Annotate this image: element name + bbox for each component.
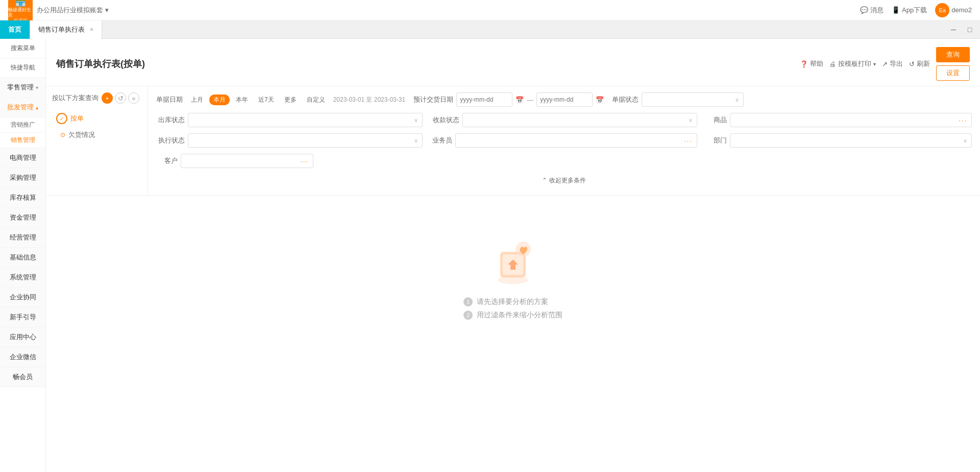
app-download-label: App下载 <box>902 6 927 15</box>
user-menu[interactable]: Ea demo2 <box>935 3 972 17</box>
plan-sub-shortage[interactable]: ⊙ 欠货情况 <box>52 127 141 143</box>
settings-button[interactable]: 设置 <box>936 65 970 81</box>
print-btn[interactable]: 🖨 按模板打印 ▾ <box>829 59 876 68</box>
query-button[interactable]: 查询 <box>936 47 970 62</box>
sidebar-sub-marketing[interactable]: 营销推广 <box>0 117 45 133</box>
sidebar-item-newguide[interactable]: 新手引导 <box>0 308 45 327</box>
sidebar-item-collab[interactable]: 企业协同 <box>0 288 45 308</box>
page-actions: ❓ 帮助 🖨 按模板打印 ▾ ↗ 导出 ↺ 刷新 <box>800 47 970 81</box>
execute-item: 执行状态 ∨ <box>156 133 423 148</box>
sales-label: 销售管理 <box>11 136 35 144</box>
dept-caret: ∨ <box>963 137 967 144</box>
add-plan-btn[interactable]: + <box>102 92 113 104</box>
step-num-2: 2 <box>463 311 473 320</box>
sidebar-item-finance[interactable]: 资金管理 <box>0 208 45 228</box>
collapse-panel-btn[interactable]: « <box>128 92 139 104</box>
sidebar-item-operations[interactable]: 经营管理 <box>0 228 45 248</box>
app-logo: 🏪 畅捷通好生意 标准版 <box>8 0 33 20</box>
payment-select[interactable]: ∨ <box>462 113 697 127</box>
salesman-input[interactable]: ··· <box>455 133 697 148</box>
help-btn[interactable]: ❓ 帮助 <box>800 59 823 68</box>
date-tabs: 上月 本月 本年 近7天 更多 自定义 <box>187 95 329 105</box>
step-2-text: 用过滤条件来缩小分析范围 <box>477 311 562 320</box>
lp-btns: + ↺ « <box>102 92 139 104</box>
sidebar-sub-sales[interactable]: 销售管理 <box>0 133 45 148</box>
wechat-label: 企业微信 <box>10 353 36 361</box>
refresh-icon: ↺ <box>909 60 915 68</box>
plan-item-order[interactable]: ✓ 按单 <box>52 110 141 127</box>
sidebar-item-basic[interactable]: 基础信息 <box>0 248 45 268</box>
payment-caret: ∨ <box>689 117 693 124</box>
window-maximize-btn[interactable]: □ <box>964 23 976 36</box>
query-btns-wrap: 查询 设置 <box>936 47 970 81</box>
goods-input[interactable]: ··· <box>730 113 972 127</box>
app-download-icon: 📱 <box>892 6 900 14</box>
empty-step-1: 1 请先选择要分析的方案 <box>463 297 562 306</box>
sidebar-item-system[interactable]: 系统管理 <box>0 268 45 288</box>
empty-step-2: 2 用过滤条件来缩小分析范围 <box>463 311 562 320</box>
date-tab-more[interactable]: 更多 <box>280 95 301 105</box>
date-tab-last-month[interactable]: 上月 <box>187 95 207 105</box>
app-download-btn[interactable]: 📱 App下载 <box>892 6 927 15</box>
status-select[interactable]: ∨ <box>642 92 744 107</box>
payment-item: 收款状态 ∨ <box>431 113 697 127</box>
delivery-label: 出库状态 <box>156 115 185 125</box>
message-btn[interactable]: 💬 消息 <box>860 6 884 15</box>
sidebar-item-search[interactable]: 搜索菜单 <box>0 39 45 58</box>
sidebar-item-purchase[interactable]: 采购管理 <box>0 168 45 188</box>
date-separator: — <box>527 96 533 104</box>
execute-caret: ∨ <box>414 137 418 144</box>
step-num-1: 1 <box>463 297 473 306</box>
plan-order-label: 按单 <box>70 114 84 123</box>
sidebar-item-retail[interactable]: 零售管理 ▾ <box>0 78 45 98</box>
date-tab-this-year[interactable]: 本年 <box>232 95 252 105</box>
tab-active[interactable]: 销售订单执行表 × <box>30 20 102 39</box>
export-btn[interactable]: ↗ 导出 <box>882 59 903 68</box>
header-left: 🏪 畅捷通好生意 标准版 办公用品行业模拟账套 ▾ <box>8 0 109 20</box>
delivery-item: 出库状态 ∨ <box>156 113 423 127</box>
sidebar-item-inventory[interactable]: 库存核算 <box>0 188 45 208</box>
expected-date-label: 预计交货日期 <box>413 95 453 104</box>
page-selector[interactable]: 办公用品行业模拟账套 ▾ <box>37 6 109 15</box>
tab-home[interactable]: 首页 <box>0 20 30 39</box>
tab-bar-actions: ─ □ <box>947 23 980 36</box>
refresh-btn[interactable]: ↺ 刷新 <box>909 59 930 68</box>
wholesale-label: 批发管理 <box>7 103 34 111</box>
lp-title-row: 按以下方案查询 + ↺ « <box>52 92 141 104</box>
dept-label: 部门 <box>705 136 727 145</box>
execute-label: 执行状态 <box>156 136 185 145</box>
status-label: 单据状态 <box>612 95 639 104</box>
collab-label: 企业协同 <box>10 293 36 301</box>
sidebar-item-quicknav[interactable]: 快捷导航 <box>0 58 45 78</box>
goods-dots[interactable]: ··· <box>959 116 967 124</box>
tab-close-icon[interactable]: × <box>90 26 93 33</box>
sidebar-item-wholesale[interactable]: 批发管理 ▴ <box>0 98 45 117</box>
date-range-text: 2023-03-01 至 2023-03-31 <box>333 96 405 104</box>
customer-input[interactable]: ··· <box>181 154 313 168</box>
customer-dots[interactable]: ··· <box>300 157 309 165</box>
collapse-more-btn[interactable]: ⌃ 收起更多条件 <box>156 172 972 189</box>
delivery-select[interactable]: ∨ <box>188 113 423 127</box>
basic-label: 基础信息 <box>10 253 36 261</box>
salesman-dots[interactable]: ··· <box>684 137 693 145</box>
goods-label: 商品 <box>705 115 727 125</box>
system-label: 系统管理 <box>10 273 36 281</box>
expected-date-to[interactable] <box>536 92 593 107</box>
window-minimize-btn[interactable]: ─ <box>947 23 960 36</box>
sidebar-item-wechat[interactable]: 企业微信 <box>0 347 45 367</box>
sidebar-item-appstore[interactable]: 应用中心 <box>0 327 45 347</box>
execute-select[interactable]: ∨ <box>188 133 423 148</box>
dept-select[interactable]: ∨ <box>730 133 972 148</box>
marketing-label: 营销推广 <box>11 121 35 128</box>
header-right: 💬 消息 📱 App下载 Ea demo2 <box>860 3 972 17</box>
page-title: 销售订单执行表(按单) <box>56 58 145 70</box>
sidebar-item-ecommerce[interactable]: 电商管理 <box>0 148 45 168</box>
date-tab-7days[interactable]: 近7天 <box>254 95 278 105</box>
date-tab-this-month[interactable]: 本月 <box>209 95 230 105</box>
finance-label: 资金管理 <box>10 214 36 221</box>
refresh-plan-btn[interactable]: ↺ <box>115 92 126 104</box>
expected-date-from[interactable] <box>456 92 512 107</box>
left-filter-panel: 按以下方案查询 + ↺ « ✓ 按单 ⊙ 欠货情况 <box>46 86 148 195</box>
date-tab-custom[interactable]: 自定义 <box>303 95 329 105</box>
sidebar-item-member[interactable]: 畅会员 <box>0 367 45 387</box>
